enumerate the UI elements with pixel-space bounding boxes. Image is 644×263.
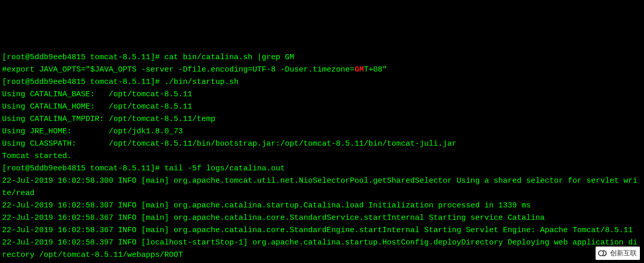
startup-output: Using CLASSPATH: /opt/tomcat-8.5.11/bin/… [2,138,642,150]
prompt-line-1: [root@5ddb9eeb4815 tomcat-8.5.11]# cat b… [2,51,642,64]
startup-output: Tomcat started. [2,150,642,163]
prompt-line-2: [root@5ddb9eeb4815 tomcat-8.5.11]# ./bin… [2,76,642,89]
bracket-close: ]# [150,164,164,173]
log-output: 22-Jul-2019 16:02:58.367 INFO [main] org… [2,212,642,224]
bracket-close: ]# [150,78,164,86]
startup-output: Using CATALINA_TMPDIR: /opt/tomcat-8.5.1… [2,113,642,126]
bracket-open: [ [2,164,7,173]
prompt-user-host: root@5ddb9eeb4815 tomcat-8.5.11 [7,164,150,173]
watermark-badge: 创新互联 [596,247,640,260]
grep-match-highlight: GM [354,65,364,74]
bracket-open: [ [2,78,7,86]
startup-output: Using CATALINA_HOME: /opt/tomcat-8.5.11 [2,101,642,113]
grep-output-line: #export JAVA_OPTS="$JAVA_OPTS -server -D… [2,64,642,76]
startup-output: Using CATALINA_BASE: /opt/tomcat-8.5.11 [2,89,642,101]
prompt-user-host: root@5ddb9eeb4815 tomcat-8.5.11 [7,53,150,62]
svg-point-0 [599,251,604,256]
command-startup: ./bin/startup.sh [164,78,239,86]
command-tail: tail -5f logs/catalina.out [164,164,285,173]
watermark-text: 创新互联 [610,250,637,257]
log-output: 22-Jul-2019 16:02:58.307 INFO [main] org… [2,200,642,212]
startup-output: Using JRE_HOME: /opt/jdk1.8.0_73 [2,126,642,138]
export-comment-part1: #export JAVA_OPTS="$JAVA_OPTS -server -D… [2,65,354,74]
export-comment-part2: T+08" [364,65,387,74]
prompt-user-host: root@5ddb9eeb4815 tomcat-8.5.11 [7,78,150,86]
log-output: 22-Jul-2019 16:02:58.367 INFO [main] org… [2,224,642,237]
log-output: 22-Jul-2019 16:02:58.300 INFO [main] org… [2,175,642,200]
watermark-logo-icon [598,248,608,258]
terminal-window[interactable]: [root@5ddb9eeb4815 tomcat-8.5.11]# cat b… [0,49,644,263]
bracket-open: [ [2,53,7,62]
bracket-close: ]# [150,53,164,62]
log-output: 22-Jul-2019 16:02:58.397 INFO [localhost… [2,237,642,261]
prompt-line-3: [root@5ddb9eeb4815 tomcat-8.5.11]# tail … [2,163,642,175]
command-cat-grep: cat bin/catalina.sh |grep GM [164,53,294,62]
